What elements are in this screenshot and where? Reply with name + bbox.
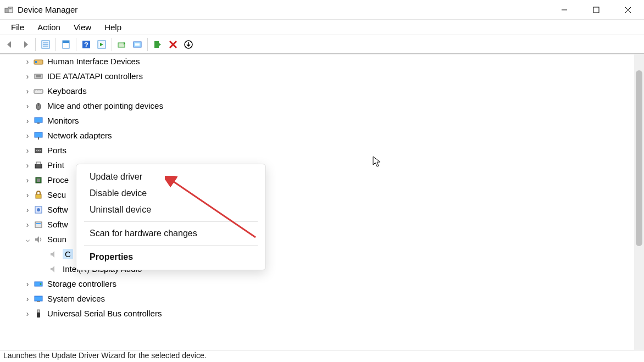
- tree-label: Softw: [47, 205, 68, 214]
- ctx-properties[interactable]: Properties: [76, 249, 265, 265]
- scan-button[interactable]: [130, 37, 145, 52]
- chevron-icon[interactable]: [23, 116, 32, 125]
- show-hidden-button[interactable]: [38, 37, 53, 52]
- forward-button[interactable]: [18, 37, 33, 52]
- chevron-icon[interactable]: [23, 102, 32, 110]
- chevron-icon[interactable]: [23, 205, 32, 214]
- ctx-update-driver[interactable]: Update driver: [76, 169, 265, 185]
- ctx-separator: [84, 221, 258, 222]
- ctx-separator: [84, 245, 258, 246]
- chevron-icon[interactable]: [23, 131, 32, 140]
- toolbar-separator: [76, 38, 76, 51]
- tree-node-monitors[interactable]: Monitors: [8, 113, 633, 128]
- svg-rect-49: [36, 223, 41, 224]
- properties-button[interactable]: [58, 37, 74, 52]
- svg-rect-29: [38, 91, 40, 91]
- svg-point-51: [40, 283, 42, 285]
- menu-help[interactable]: Help: [98, 21, 128, 33]
- tree-node-usb[interactable]: Universal Serial Bus controllers: [8, 306, 633, 321]
- enable-button[interactable]: [150, 37, 165, 52]
- svg-point-39: [38, 150, 39, 151]
- status-text: Launches the Update Driver Wizard for th…: [3, 351, 207, 360]
- svg-rect-34: [37, 122, 40, 124]
- details-button[interactable]: [94, 37, 109, 52]
- ctx-disable-device[interactable]: Disable device: [76, 185, 265, 202]
- svg-rect-44: [37, 179, 40, 182]
- tree-node-system[interactable]: System devices: [8, 291, 633, 306]
- context-menu: Update driver Disable device Uninstall d…: [76, 164, 266, 270]
- chevron-icon[interactable]: [23, 220, 32, 229]
- minimize-button[interactable]: [548, 0, 580, 19]
- chevron-icon[interactable]: [23, 146, 32, 155]
- tree-node-mice[interactable]: Mice and other pointing devices: [8, 98, 633, 113]
- maximize-button[interactable]: [580, 0, 612, 19]
- tree-node-network[interactable]: Network adapters: [8, 128, 633, 143]
- menu-view[interactable]: View: [67, 21, 98, 33]
- ports-icon: [33, 145, 44, 156]
- tree-label: Ports: [47, 146, 66, 155]
- hid-icon: [33, 56, 44, 67]
- ctx-uninstall-device[interactable]: Uninstall device: [76, 202, 265, 218]
- update-driver-button[interactable]: [114, 37, 130, 52]
- chevron-icon[interactable]: [23, 191, 32, 199]
- chevron-icon[interactable]: [23, 280, 32, 288]
- chevron-icon[interactable]: [23, 57, 32, 66]
- tree-node-hid[interactable]: Human Interface Devices: [8, 54, 633, 69]
- tree-label: Print: [47, 160, 64, 170]
- close-button[interactable]: [612, 0, 644, 19]
- network-icon: [33, 130, 44, 141]
- svg-rect-27: [35, 91, 36, 91]
- svg-rect-45: [36, 194, 41, 198]
- svg-rect-12: [63, 41, 69, 43]
- chevron-icon[interactable]: [23, 72, 32, 81]
- tree-label: Mice and other pointing devices: [47, 101, 163, 110]
- security-icon: [33, 190, 44, 201]
- status-bar: Launches the Update Driver Wizard for th…: [0, 350, 644, 362]
- system-icon: [33, 293, 44, 304]
- svg-point-47: [37, 208, 40, 211]
- tree-label: Monitors: [47, 116, 79, 125]
- svg-rect-55: [37, 313, 40, 318]
- processor-icon: [33, 175, 44, 186]
- toolbar-separator: [147, 38, 148, 51]
- tree-label: Network adapters: [47, 131, 112, 140]
- tree-label: Proce: [47, 175, 69, 185]
- keyboard-icon: [33, 86, 44, 97]
- toolbar: ?: [0, 35, 644, 54]
- menu-file[interactable]: File: [4, 21, 31, 33]
- sound-icon: [33, 234, 44, 245]
- chevron-icon[interactable]: [23, 161, 32, 170]
- ctx-scan-hardware[interactable]: Scan for hardware changes: [76, 225, 265, 242]
- usb-icon: [33, 308, 44, 319]
- chevron-icon[interactable]: [23, 87, 32, 96]
- svg-rect-52: [35, 296, 42, 301]
- svg-rect-28: [37, 91, 38, 91]
- toolbar-separator: [35, 38, 36, 51]
- back-button[interactable]: [2, 37, 18, 52]
- svg-point-38: [36, 150, 37, 151]
- help-button[interactable]: ?: [79, 37, 94, 52]
- audio-device-icon: [48, 249, 59, 260]
- audio-device-icon: [48, 264, 59, 275]
- svg-rect-0: [5, 8, 8, 13]
- tree-label: IDE ATA/ATAPI controllers: [47, 71, 143, 81]
- menu-action[interactable]: Action: [31, 21, 67, 33]
- uninstall-button[interactable]: [181, 37, 196, 52]
- chevron-down-icon[interactable]: [23, 236, 32, 243]
- tree-node-ports[interactable]: Ports: [8, 143, 633, 158]
- tree-node-storage[interactable]: Storage controllers: [8, 276, 633, 291]
- tree-node-ide[interactable]: IDE ATA/ATAPI controllers: [8, 69, 633, 83]
- svg-rect-2: [9, 8, 12, 9]
- svg-rect-53: [37, 301, 40, 302]
- svg-rect-54: [37, 310, 40, 313]
- remove-button[interactable]: [165, 37, 181, 52]
- vertical-scrollbar[interactable]: [634, 54, 644, 350]
- svg-rect-4: [593, 7, 599, 13]
- chevron-icon[interactable]: [23, 176, 32, 185]
- svg-point-40: [40, 150, 41, 151]
- tree-node-keyboards[interactable]: Keyboards: [8, 83, 633, 98]
- scrollbar-thumb[interactable]: [636, 70, 642, 246]
- chevron-icon[interactable]: [23, 294, 32, 303]
- chevron-icon[interactable]: [23, 309, 32, 318]
- svg-rect-23: [35, 61, 37, 63]
